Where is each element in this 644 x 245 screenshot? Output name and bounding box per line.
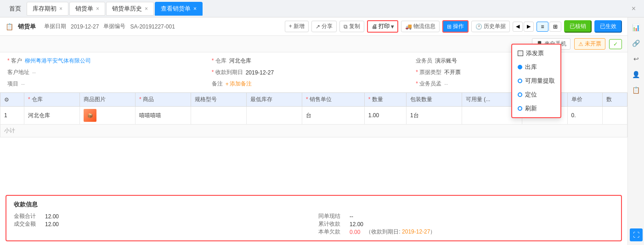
col-settings[interactable]: ⚙ [0, 93, 24, 107]
sidebar-doc-icon[interactable]: 📋 [630, 84, 643, 97]
payment-date-label: 收款到期日 [212, 68, 243, 76]
row-spec [191, 107, 247, 125]
project-field: 项目 -- [7, 80, 212, 88]
row-more [602, 107, 627, 125]
menu-locate[interactable]: 定位 [512, 88, 560, 102]
row-qty: 1.00 [364, 107, 406, 125]
history-button[interactable]: 🕐 历史单据 [471, 21, 510, 32]
project-label: 项目 [7, 80, 18, 88]
grid-icon: ⊞ [447, 23, 452, 30]
tab-label: 库存期初 [33, 5, 56, 13]
menu-available-qty[interactable]: 可用量提取 [512, 74, 560, 88]
doc-date-label: 单据日期 [44, 23, 66, 30]
check-button[interactable]: ✓ [609, 39, 622, 49]
share-button[interactable]: ↗ 分享 [311, 21, 337, 32]
transaction-value: 12.00 [45, 221, 59, 228]
add-button[interactable]: + 新增 [285, 21, 309, 32]
tab-close-inventory[interactable]: × [59, 6, 62, 12]
row-unit-price: 0. [567, 107, 602, 125]
tab-home[interactable]: 首页 [5, 5, 26, 13]
tab-label: 销货单 [75, 5, 93, 13]
total-value: 12.00 [45, 213, 59, 220]
customer-label: 客户 [7, 57, 22, 65]
square-icon [518, 51, 523, 56]
menu-add-invoice[interactable]: 添发票 [512, 46, 560, 60]
prev-button[interactable]: ◀ [513, 22, 523, 32]
settings-icon: ⚙ [4, 97, 9, 103]
copy-icon: ⧉ [344, 23, 348, 30]
col-more: 数 [602, 93, 627, 107]
operation-button[interactable]: ⊞ 操作 [442, 20, 469, 33]
menu-outbound[interactable]: 出库 [512, 60, 560, 74]
tab-inventory[interactable]: 库存期初 × [27, 2, 68, 16]
address-label: 客户地址 [7, 68, 29, 76]
tab-close-sales[interactable]: × [96, 6, 99, 12]
address-value: -- [32, 69, 36, 76]
payment-date-field: 收款到期日 2019-12-27 [212, 68, 416, 76]
doc-title: 销货单 [18, 23, 36, 31]
cumulative-label: 累计收款 [318, 220, 346, 228]
dot-outline-icon [518, 106, 522, 111]
same-order-label: 同单现结 [318, 212, 346, 220]
list-view-button[interactable]: ≡ [537, 22, 548, 32]
dot-filled-icon [518, 65, 522, 69]
sidebar-chart-icon[interactable]: 📊 [630, 21, 643, 34]
sidebar-link-icon[interactable]: 🔗 [630, 37, 643, 50]
subtotal-label: 小计 [0, 125, 627, 137]
doc-date-value: 2019-12-27 [71, 23, 99, 30]
customer-field: 客户 柳州粤港平安气体有限公司 [7, 57, 212, 65]
grid-view-button[interactable]: ⊞ [549, 22, 561, 32]
customer-value[interactable]: 柳州粤港平安气体有限公司 [25, 57, 91, 65]
tab-sales[interactable]: 销货单 × [69, 2, 105, 16]
payment-date-value: 2019-12-27 [246, 69, 274, 76]
sidebar-expand-icon[interactable]: ⛶ [630, 228, 643, 241]
sold-out-button[interactable]: 已核销 [564, 20, 592, 33]
note-field: 备注 添加备注 [212, 80, 416, 88]
payment-title: 收款信息 [14, 200, 614, 209]
dot-outline-icon [518, 79, 522, 83]
copy-button[interactable]: ⧉ 复制 [339, 21, 364, 32]
note-label: 备注 [212, 80, 223, 88]
tab-label: 查看销货单 [161, 5, 191, 13]
print-button[interactable]: 🖨 打印 ▾ [367, 20, 398, 33]
cumulative-value: 12.00 [350, 221, 363, 228]
transaction-row: 成交金额 12.00 [14, 220, 309, 228]
warehouse-value: 河北仓库 [229, 57, 251, 65]
due-date-info: （收款到期日: 2019-12-27） [366, 228, 435, 236]
tab-close-view-sales[interactable]: × [193, 6, 197, 12]
col-qty: 数量 [364, 93, 406, 107]
logistics-button[interactable]: 🚚 物流信息 [401, 21, 440, 32]
dropdown-arrow-icon: ▾ [391, 23, 394, 30]
menu-refresh[interactable]: 刷新 [512, 102, 560, 115]
not-open-button[interactable]: ⚠ 未开票 [574, 38, 605, 50]
window-close-icon[interactable]: × [628, 3, 639, 15]
share-icon: ↗ [316, 23, 320, 30]
ticket-type-label: 票据类型 [416, 68, 441, 76]
effective-button[interactable]: 已生效 [594, 20, 622, 33]
row-unit: 台 [302, 107, 364, 125]
current-owe-value: 0.00 [350, 229, 360, 235]
current-owe-label: 本单欠款 [318, 228, 346, 236]
sidebar-user-icon[interactable]: 👤 [630, 68, 643, 81]
sidebar-return-icon[interactable]: ↩ [630, 52, 643, 65]
row-product: 嘻嘻嘻嘻 [136, 107, 191, 125]
next-button[interactable]: ▶ [524, 22, 534, 32]
tab-close-history[interactable]: × [145, 6, 148, 12]
staff-value: 演示账号 [435, 57, 457, 65]
project-value: -- [21, 81, 25, 87]
col-spec: 规格型号 [191, 93, 247, 107]
row-image: 📦 [80, 107, 136, 125]
tab-view-sales[interactable]: 查看销货单 × [155, 2, 203, 16]
total-row: 金额合计 12.00 [14, 212, 309, 220]
operation-dropdown: 添发票 出库 可用量提取 定位 刷新 [511, 44, 561, 118]
history-icon: 🕐 [475, 23, 482, 30]
dot-outline-icon [518, 92, 522, 97]
tab-sales-history[interactable]: 销货单历史 × [106, 2, 154, 16]
col-product: 商品 [136, 93, 191, 107]
col-unit: 销售单位 [302, 93, 364, 107]
doc-number-value: SA-20191227-001 [130, 23, 175, 30]
col-image: 商品图片 [80, 93, 136, 107]
transaction-label: 成交金额 [14, 220, 41, 228]
add-note-button[interactable]: 添加备注 [226, 80, 252, 88]
truck-icon: 🚚 [405, 23, 412, 30]
